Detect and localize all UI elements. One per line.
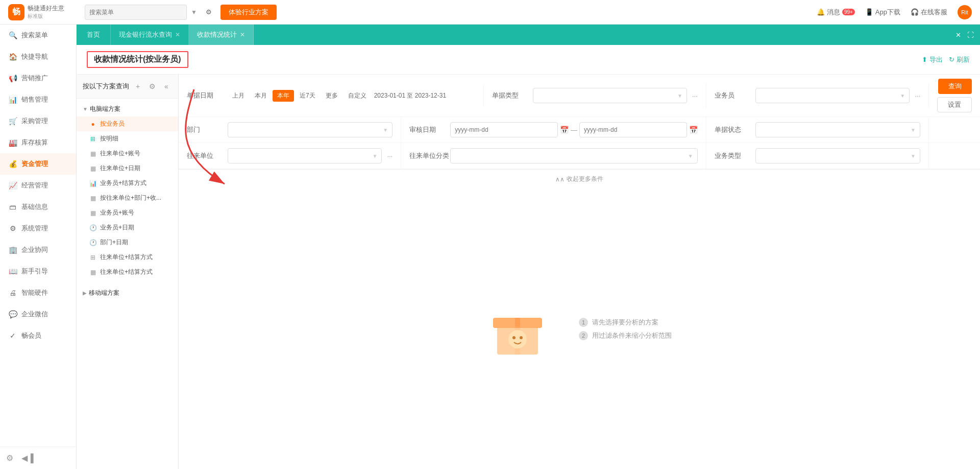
online-service-button[interactable]: 🎧 在线客服 xyxy=(911,8,947,17)
scheme-unit-account-label: 往来单位+账号 xyxy=(100,149,140,158)
date-tab-thisyear[interactable]: 本年 xyxy=(273,90,294,102)
sidebar-item-system[interactable]: ⚙ 系统管理 xyxy=(0,218,76,239)
scheme-item-unit-dept[interactable]: ▦ 按往来单位+部门+收... xyxy=(77,191,178,205)
sidebar-item-enterprise[interactable]: 🏢 企业协同 xyxy=(0,239,76,261)
sidebar-system-label: 系统管理 xyxy=(21,224,48,233)
collapse-up-icon: ∧∧ xyxy=(555,176,565,183)
salesman-select[interactable]: ▼ xyxy=(755,88,910,103)
scheme-item-salesman[interactable]: ● 按业务员 xyxy=(77,116,178,131)
scheme-settings-button[interactable]: ⚙ xyxy=(146,81,158,92)
sidebar-basic-label: 基础信息 xyxy=(21,202,48,212)
doc-status-select[interactable]: ▼ xyxy=(755,122,920,137)
add-scheme-button[interactable]: + xyxy=(132,81,143,92)
sidebar-item-wechat[interactable]: 💬 企业微信 xyxy=(0,303,76,325)
dept-select[interactable]: ▼ xyxy=(228,122,393,137)
finance-icon: 💰 xyxy=(8,159,17,169)
sidebar-item-purchase[interactable]: 🛒 采购管理 xyxy=(0,110,76,132)
doctype-more-icon[interactable]: ··· xyxy=(692,92,698,100)
doctype-label: 单据类型 xyxy=(492,91,533,100)
tab-bank-flow[interactable]: 现金银行流水查询 ✕ xyxy=(111,25,189,45)
scheme-item-detail[interactable]: ⊞ 按明细 xyxy=(77,131,178,146)
operations-icon: 📈 xyxy=(8,181,17,190)
app-download-button[interactable]: 📱 App下载 xyxy=(865,8,900,17)
tab-home[interactable]: 首页 xyxy=(77,25,111,45)
edition-badge: 标准版 xyxy=(28,13,64,20)
refresh-button[interactable]: ↻ 刷新 xyxy=(949,55,970,64)
date-tab-more[interactable]: 更多 xyxy=(321,90,342,102)
scheme-pc-group-header[interactable]: ▼ 电脑端方案 xyxy=(77,102,178,116)
scheme-mobile-group-header[interactable]: ▶ 移动端方案 xyxy=(77,286,178,300)
messages-button[interactable]: 🔔 消息 99+ xyxy=(817,8,855,17)
scheme-unit-dept-label: 按往来单位+部门+收... xyxy=(100,194,161,202)
query-button[interactable]: 查询 xyxy=(938,79,972,94)
sidebar-item-basic[interactable]: 🗃 基础信息 xyxy=(0,196,76,218)
sidebar-item-guide[interactable]: 📖 新手引导 xyxy=(0,261,76,282)
counterpart-select[interactable]: ▼ xyxy=(228,148,382,163)
scheme-unit-settle1-icon: ⊞ xyxy=(89,253,97,262)
collapse-sidebar-icon[interactable]: ◀▐ xyxy=(21,453,33,463)
doc-status-label: 单据状态 xyxy=(715,125,755,134)
date-tab-custom[interactable]: 自定义 xyxy=(344,90,371,102)
audit-date-from-input[interactable] xyxy=(450,122,558,137)
salesman-more-icon[interactable]: ··· xyxy=(915,92,920,100)
audit-date-label: 审核日期 xyxy=(409,125,450,134)
audit-date-from-icon[interactable]: 📅 xyxy=(560,126,569,134)
salesman-label: 业务员 xyxy=(715,91,755,100)
sidebar-item-quicknav[interactable]: 🏠 快捷导航 xyxy=(0,46,76,67)
scheme-collapse-button[interactable]: « xyxy=(161,81,172,92)
sidebar-quicknav-label: 快捷导航 xyxy=(21,52,48,61)
scheme-item-salesman-date[interactable]: 🕐 业务员+日期 xyxy=(77,220,178,235)
biz-type-select[interactable]: ▼ xyxy=(755,148,920,163)
scheme-detail-label: 按明细 xyxy=(100,134,118,143)
export-icon: ⬆ xyxy=(922,56,927,63)
sidebar-item-search[interactable]: 🔍 搜索菜单 xyxy=(0,25,76,46)
sidebar-hardware-label: 智能硬件 xyxy=(21,288,48,297)
search-dropdown-icon[interactable]: ▼ xyxy=(191,9,197,16)
settings-bottom-icon[interactable]: ⚙ xyxy=(6,453,13,463)
sidebar-bottom: ⚙ ◀▐ xyxy=(0,447,76,469)
scheme-item-unit-date[interactable]: ▦ 往来单位+日期 xyxy=(77,161,178,176)
tab-bank-flow-close[interactable]: ✕ xyxy=(175,31,180,38)
counterpart-more-icon[interactable]: ··· xyxy=(387,152,393,160)
tab-collection[interactable]: 收款情况统计 ✕ xyxy=(189,25,254,45)
audit-date-to-input[interactable] xyxy=(579,122,687,137)
date-tab-thismonth[interactable]: 本月 xyxy=(250,90,272,102)
scheme-item-salesman-settle[interactable]: 📊 业务员+结算方式 xyxy=(77,176,178,191)
collapse-bar[interactable]: ∧∧ 收起更多条件 xyxy=(179,169,980,189)
sidebar-item-finance[interactable]: 💰 资金管理 xyxy=(0,153,76,175)
scheme-salesman-settle-label: 业务员+结算方式 xyxy=(100,179,146,187)
tab-collection-close[interactable]: ✕ xyxy=(240,31,245,38)
scheme-item-unit-settle2[interactable]: ▦ 往来单位+结算方式 xyxy=(77,265,178,279)
sidebar-item-marketing[interactable]: 📢 营销推广 xyxy=(0,67,76,89)
filter-settings-button[interactable]: 设置 xyxy=(937,97,972,112)
scheme-item-dept-date[interactable]: 🕐 部门+日期 xyxy=(77,235,178,250)
sidebar-item-hardware[interactable]: 🖨 智能硬件 xyxy=(0,282,76,303)
page-title-box: 收款情况统计(按业务员) xyxy=(87,51,188,68)
trial-button[interactable]: 体验行业方案 xyxy=(220,5,277,20)
audit-date-to-icon[interactable]: 📅 xyxy=(689,126,698,134)
tab-maximize-icon[interactable]: ⛶ xyxy=(967,31,974,39)
tab-close-all-icon[interactable]: ✕ xyxy=(955,31,961,39)
counterpart-cat-select[interactable]: ▼ xyxy=(450,148,698,163)
date-tab-7days[interactable]: 近7天 xyxy=(295,90,320,102)
sidebar-item-operations[interactable]: 📈 经营管理 xyxy=(0,175,76,196)
sidebar-item-sales[interactable]: 📊 销售管理 xyxy=(0,89,76,110)
sidebar-item-inventory[interactable]: 🏭 库存核算 xyxy=(0,132,76,153)
scheme-item-unit-settle1[interactable]: ⊞ 往来单位+结算方式 xyxy=(77,250,178,265)
user-avatar[interactable]: Rit xyxy=(958,5,972,19)
settings-icon[interactable]: ⚙ xyxy=(201,5,216,20)
date-tab-lastmonth[interactable]: 上月 xyxy=(228,90,249,102)
header-right: 🔔 消息 99+ 📱 App下载 🎧 在线客服 Rit xyxy=(817,5,972,19)
scheme-item-salesman-account[interactable]: ▦ 业务员+账号 xyxy=(77,205,178,220)
scheme-item-unit-account[interactable]: ▦ 往来单位+账号 xyxy=(77,146,178,161)
empty-svg xyxy=(487,298,548,360)
doctype-select[interactable]: ▼ xyxy=(533,88,687,103)
scheme-unit-settle2-label: 往来单位+结算方式 xyxy=(100,268,153,276)
export-button[interactable]: ⬆ 导出 xyxy=(922,55,943,64)
content-area: 首页 现金银行流水查询 ✕ 收款情况统计 ✕ ✕ ⛶ 收款情况统计(按业务员) xyxy=(77,25,980,469)
scheme-unit-dept-icon: ▦ xyxy=(89,194,97,202)
scheme-dept-date-label: 部门+日期 xyxy=(100,238,128,247)
search-input[interactable] xyxy=(85,5,187,20)
enterprise-icon: 🏢 xyxy=(8,245,17,254)
sidebar-item-member[interactable]: ✓ 畅会员 xyxy=(0,325,76,346)
